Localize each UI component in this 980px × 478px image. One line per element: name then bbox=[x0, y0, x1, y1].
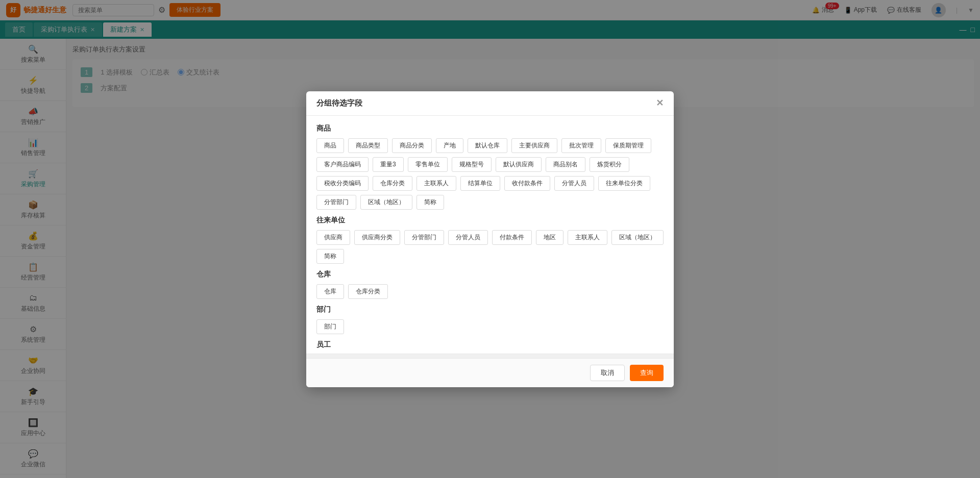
field-chip-0-6[interactable]: 批次管理 bbox=[561, 138, 601, 153]
field-group-title-4: 员工 bbox=[316, 340, 664, 349]
field-chip-0-8[interactable]: 客户商品编码 bbox=[316, 157, 369, 172]
modal-horizontal-scrollbar[interactable] bbox=[306, 354, 674, 358]
modal-overlay: 分组待选字段 ✕ 商品商品商品类型商品分类产地默认仓库主要供应商批次管理保质期管… bbox=[0, 0, 980, 478]
cancel-button[interactable]: 取消 bbox=[590, 365, 625, 381]
field-chip-0-4[interactable]: 默认仓库 bbox=[468, 138, 507, 153]
field-chip-0-13[interactable]: 商品别名 bbox=[546, 157, 585, 172]
field-chip-1-8[interactable]: 简称 bbox=[316, 249, 344, 264]
field-chip-2-0[interactable]: 仓库 bbox=[316, 284, 344, 299]
field-chip-0-14[interactable]: 炼货积分 bbox=[590, 157, 629, 172]
field-chip-0-0[interactable]: 商品 bbox=[316, 138, 344, 153]
field-chip-0-17[interactable]: 主联系人 bbox=[416, 176, 456, 191]
field-chip-0-19[interactable]: 收付款条件 bbox=[504, 176, 550, 191]
field-chip-3-0[interactable]: 部门 bbox=[316, 319, 344, 334]
field-chip-0-21[interactable]: 往来单位分类 bbox=[598, 176, 650, 191]
field-chip-0-1[interactable]: 商品类型 bbox=[348, 138, 388, 153]
field-chip-1-1[interactable]: 供应商分类 bbox=[354, 230, 400, 245]
modal-body: 商品商品商品类型商品分类产地默认仓库主要供应商批次管理保质期管理客户商品编码重量… bbox=[306, 116, 674, 354]
field-chip-0-11[interactable]: 规格型号 bbox=[452, 157, 492, 172]
fields-grid-3: 部门 bbox=[316, 319, 664, 334]
field-chip-0-20[interactable]: 分管人员 bbox=[554, 176, 594, 191]
modal-close-button[interactable]: ✕ bbox=[656, 98, 664, 108]
field-group-title-1: 往来单位 bbox=[316, 216, 664, 225]
fields-grid-1: 供应商供应商分类分管部门分管人员付款条件地区主联系人区域（地区）简称 bbox=[316, 230, 664, 264]
field-chip-0-18[interactable]: 结算单位 bbox=[460, 176, 500, 191]
modal-header: 分组待选字段 ✕ bbox=[306, 91, 674, 116]
field-chip-1-0[interactable]: 供应商 bbox=[316, 230, 350, 245]
field-chip-0-22[interactable]: 分管部门 bbox=[316, 195, 356, 210]
field-group-title-2: 仓库 bbox=[316, 270, 664, 279]
field-chip-1-7[interactable]: 区域（地区） bbox=[611, 230, 664, 245]
modal-footer: 取消 查询 bbox=[306, 358, 674, 387]
field-group-title-0: 商品 bbox=[316, 124, 664, 133]
field-chip-0-9[interactable]: 重量3 bbox=[373, 157, 404, 172]
field-chip-0-15[interactable]: 税收分类编码 bbox=[316, 176, 369, 191]
confirm-button[interactable]: 查询 bbox=[630, 365, 664, 381]
field-chip-0-23[interactable]: 区域（地区） bbox=[360, 195, 412, 210]
field-chip-0-10[interactable]: 零售单位 bbox=[408, 157, 448, 172]
field-group-title-3: 部门 bbox=[316, 305, 664, 314]
field-chip-0-2[interactable]: 商品分类 bbox=[392, 138, 432, 153]
field-chip-1-2[interactable]: 分管部门 bbox=[404, 230, 444, 245]
modal-dialog: 分组待选字段 ✕ 商品商品商品类型商品分类产地默认仓库主要供应商批次管理保质期管… bbox=[306, 91, 674, 387]
field-chip-0-5[interactable]: 主要供应商 bbox=[511, 138, 557, 153]
field-chip-1-5[interactable]: 地区 bbox=[536, 230, 564, 245]
field-chip-1-3[interactable]: 分管人员 bbox=[448, 230, 488, 245]
field-chip-0-7[interactable]: 保质期管理 bbox=[605, 138, 651, 153]
field-chip-2-1[interactable]: 仓库分类 bbox=[348, 284, 388, 299]
field-chip-0-12[interactable]: 默认供应商 bbox=[496, 157, 542, 172]
field-chip-1-6[interactable]: 主联系人 bbox=[568, 230, 607, 245]
field-chip-0-24[interactable]: 简称 bbox=[416, 195, 444, 210]
fields-grid-2: 仓库仓库分类 bbox=[316, 284, 664, 299]
field-chip-0-16[interactable]: 仓库分类 bbox=[373, 176, 412, 191]
field-chip-1-4[interactable]: 付款条件 bbox=[492, 230, 532, 245]
fields-grid-0: 商品商品类型商品分类产地默认仓库主要供应商批次管理保质期管理客户商品编码重量3零… bbox=[316, 138, 664, 210]
field-chip-0-3[interactable]: 产地 bbox=[436, 138, 463, 153]
modal-title: 分组待选字段 bbox=[316, 98, 362, 108]
